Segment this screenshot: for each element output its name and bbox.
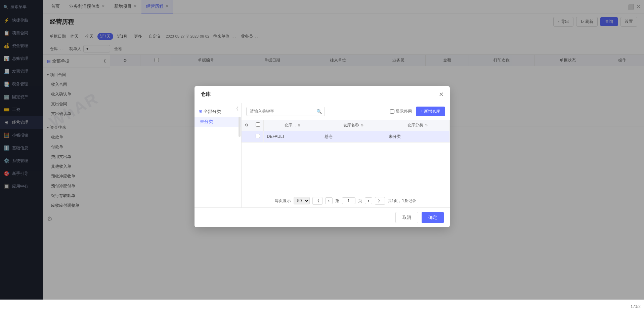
- add-warehouse-button[interactable]: + 新增仓库: [416, 107, 445, 116]
- taskbar-time: 17:52: [631, 304, 641, 309]
- row-checkbox[interactable]: [256, 134, 260, 138]
- search-icon: 🔍: [314, 107, 325, 116]
- col-check: [252, 120, 263, 131]
- modal-toolbar: 🔍 显示停用 + 新增仓库: [242, 103, 450, 120]
- modal-total-label: 共1页，1条记录: [388, 198, 416, 204]
- modal-title: 仓库: [201, 91, 211, 97]
- modal-left-panel: ⊞ 全部分类 《 未分类: [195, 103, 242, 207]
- warehouse-modal: 仓库 ✕ ⊞ 全部分类 《 未分类 🔍: [195, 86, 450, 227]
- row-gear: [242, 131, 252, 142]
- modal-prev-page-btn[interactable]: ‹: [325, 197, 333, 204]
- modal-search-input[interactable]: [247, 107, 314, 115]
- modal-search: 🔍: [246, 107, 325, 116]
- col-gear: ⚙: [242, 120, 252, 131]
- modal-last-page-btn[interactable]: 》: [375, 197, 385, 205]
- modal-left-collapse-btn[interactable]: 《: [234, 106, 239, 112]
- row-check: [252, 131, 263, 142]
- modal-page-suffix: 页: [358, 198, 362, 204]
- modal-page-label: 第: [335, 198, 339, 204]
- col-warehouse-name: 仓库名称 ⇅: [321, 120, 385, 131]
- confirm-button[interactable]: 确定: [422, 212, 444, 223]
- cancel-button[interactable]: 取消: [395, 212, 418, 223]
- sort-icon: ⇅: [298, 123, 300, 127]
- taskbar-right: 17:52: [631, 304, 641, 309]
- taskbar: 17:52: [0, 300, 644, 313]
- modal-overlay[interactable]: 仓库 ✕ ⊞ 全部分类 《 未分类 🔍: [0, 0, 644, 313]
- modal-footer-bar: 每页显示 50 《 ‹ 第 页 › 》 共1页，1条记录: [242, 194, 450, 207]
- modal-actions: 取消 确定: [195, 207, 450, 227]
- table-row[interactable]: DEFAULT 总仓 未分类: [242, 131, 450, 142]
- show-disabled-label[interactable]: 显示停用: [390, 109, 412, 114]
- gear-icon[interactable]: ⚙: [245, 123, 249, 127]
- row-warehouse-code: DEFAULT: [263, 131, 321, 142]
- modal-page-input[interactable]: [342, 197, 355, 204]
- modal-header: 仓库 ✕: [195, 86, 450, 103]
- all-category-icon: ⊞: [199, 109, 202, 114]
- modal-first-page-btn[interactable]: 《: [312, 197, 323, 205]
- row-warehouse-category: 未分类: [385, 131, 449, 142]
- modal-page-size-select[interactable]: 50: [294, 197, 310, 204]
- modal-body: ⊞ 全部分类 《 未分类 🔍 显示停用: [195, 103, 450, 207]
- modal-left-item-uncategorized[interactable]: 未分类: [195, 117, 241, 127]
- modal-left-scrollbar[interactable]: [239, 117, 241, 137]
- modal-next-page-btn[interactable]: ›: [365, 197, 372, 204]
- modal-close-button[interactable]: ✕: [439, 91, 444, 98]
- sort-icon: ⇅: [361, 123, 363, 127]
- modal-right: 🔍 显示停用 + 新增仓库: [242, 103, 450, 207]
- modal-page-size-label: 每页显示: [275, 198, 291, 204]
- row-warehouse-name: 总仓: [321, 131, 385, 142]
- modal-table: ⚙ 仓库... ⇅ 仓库名称 ⇅: [242, 120, 450, 194]
- all-category-label: 全部分类: [204, 109, 221, 115]
- col-warehouse-code: 仓库... ⇅: [263, 120, 321, 131]
- warehouse-table: ⚙ 仓库... ⇅ 仓库名称 ⇅: [242, 120, 450, 143]
- modal-toolbar-right: 显示停用 + 新增仓库: [390, 107, 445, 116]
- col-warehouse-category: 仓库分类 ⇅: [385, 120, 449, 131]
- show-disabled-checkbox[interactable]: [390, 109, 394, 114]
- sort-icon: ⇅: [425, 123, 428, 127]
- warehouse-select-all[interactable]: [256, 122, 260, 127]
